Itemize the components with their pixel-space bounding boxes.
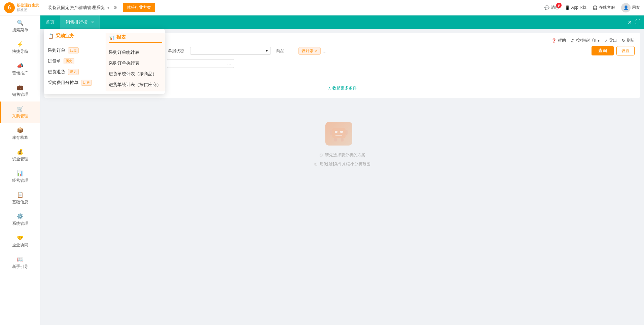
cooperation-icon: 🤝 (17, 235, 24, 241)
dropdown-order-exec[interactable]: 采购订单执行表 (109, 58, 163, 69)
export-button[interactable]: ↗ 导出 (604, 38, 617, 43)
svg-rect-4 (330, 130, 332, 135)
nav-icon: ⚡ (17, 41, 24, 47)
help-button[interactable]: ❓ 帮助 (551, 38, 566, 43)
svg-rect-2 (340, 131, 343, 133)
logo-name: 畅捷通好生意 (17, 3, 39, 7)
sidebar-item-sales[interactable]: 💼 销售管理 (0, 80, 40, 101)
tab-home[interactable]: 首页 (40, 15, 60, 29)
marketing-icon: 📣 (17, 63, 24, 69)
empty-hint-1: ① 请先选择要分析的方案 (319, 152, 365, 158)
report-col: 📊 报表 采购订单统计表 采购订单执行表 进货单统计表（按商品） 进货单统计表（… (106, 33, 165, 91)
dropdown-order-stats[interactable]: 采购订单统计表 (109, 47, 163, 58)
report-col-title: 📊 报表 (109, 34, 163, 43)
dropdown-menu: 📋 采购业务 采购订单 历史 进货单 历史 进货退货 历史 采购费用分摊单 历史 (44, 29, 165, 94)
sidebar: 🔍 搜索菜单 ⚡ 快捷导航 📣 营销推广 💼 销售管理 🛒 采购管理 📦 库存核… (0, 15, 40, 325)
setting-button[interactable]: 设置 (616, 46, 635, 55)
collapse-icon-up: ∧ (328, 86, 331, 91)
print-icon: 🖨 (571, 38, 575, 43)
goods-tag-close[interactable]: ✕ (315, 49, 318, 53)
report-title-icon: 📊 (109, 35, 114, 40)
sidebar-item-purchase[interactable]: 🛒 采购管理 (0, 101, 40, 123)
guide-icon: 📖 (17, 256, 24, 262)
message-button[interactable]: 💬 消息 9 (544, 5, 559, 10)
empty-hint-2: ② 用[过滤]条件来缩小分析范围 (314, 161, 370, 167)
sidebar-item-inventory[interactable]: 📦 库存核算 (0, 123, 40, 145)
sidebar-item-guide[interactable]: 📖 新手引导 (0, 252, 40, 274)
logo-icon: 6 (4, 2, 15, 13)
dropdown-inbound-supplier[interactable]: 进货单统计表（按供应商） (109, 79, 163, 90)
inventory-icon: 📦 (17, 127, 24, 133)
topbar-right: 💬 消息 9 📱 App下载 🎧 在线客服 👤 用友 (544, 3, 640, 12)
dropdown-inbound[interactable]: 进货单 历史 (48, 56, 102, 67)
message-badge: 9 (556, 3, 562, 8)
phone-icon: 📱 (565, 5, 570, 10)
print-dropdown-icon[interactable]: ▾ (598, 38, 600, 43)
user-avatar: 👤 (621, 3, 631, 12)
sidebar-item-basic[interactable]: 📋 基础信息 (0, 188, 40, 209)
sidebar-item-nav[interactable]: ⚡ 快捷导航 (0, 37, 40, 58)
refresh-icon: ↻ (622, 38, 625, 43)
purchase-icon: 🛒 (17, 106, 24, 112)
tab-bar-actions: ✕ ⛶ (628, 15, 644, 29)
svg-rect-3 (335, 135, 342, 136)
sidebar-item-system[interactable]: ⚙️ 系统管理 (0, 209, 40, 231)
tab-close-window-icon[interactable]: ✕ (628, 19, 632, 26)
online-service-button[interactable]: 🎧 在线客服 (593, 5, 615, 10)
bill-status-select[interactable]: ▾ (190, 47, 271, 55)
goods-dots[interactable]: ... (323, 48, 327, 53)
goods-filter: 设计素 ✕ ... (298, 47, 327, 55)
hist-badge-3: 历史 (68, 69, 79, 75)
sidebar-item-finance[interactable]: 💰 资金管理 (0, 145, 40, 166)
svg-rect-6 (334, 138, 337, 141)
system-name: 装备及固定资产辅助管理系统 (48, 5, 105, 11)
salesman-select[interactable]: ... (167, 59, 234, 68)
business-icon: 📊 (17, 170, 24, 176)
purchase-title-icon: 📋 (48, 33, 53, 39)
print-button[interactable]: 🖨 按模板打印 ▾ (571, 38, 600, 43)
app-download-button[interactable]: 📱 App下载 (565, 5, 586, 10)
hist-badge-1: 历史 (68, 47, 79, 53)
hist-badge-2: 历史 (64, 58, 74, 64)
goods-tag[interactable]: 设计素 ✕ (298, 47, 321, 55)
svg-rect-0 (332, 128, 346, 138)
system-gear-icon[interactable]: ⚙ (113, 5, 117, 10)
dropdown-columns: 📋 采购业务 采购订单 历史 进货单 历史 进货退货 历史 采购费用分摊单 历史 (44, 33, 165, 91)
svg-rect-7 (341, 138, 344, 141)
logo-sub: 标准版 (17, 8, 39, 12)
top-bar: 6 畅捷通好生意 标准版 装备及固定资产辅助管理系统 ▾ ⚙ 体验行业方案 💬 … (0, 0, 644, 15)
dropdown-purchase-order[interactable]: 采购订单 历史 (48, 45, 102, 56)
sales-icon: 💼 (17, 84, 24, 90)
system-name-area: 装备及固定资产辅助管理系统 ▾ ⚙ 体验行业方案 (44, 3, 544, 12)
finance-icon: 💰 (17, 149, 24, 155)
empty-robot-icon (325, 122, 352, 146)
svg-rect-1 (335, 131, 337, 133)
tab-maximize-icon[interactable]: ⛶ (635, 19, 641, 25)
tab-close-icon[interactable]: ✕ (91, 20, 94, 25)
user-button[interactable]: 👤 用友 (621, 3, 640, 12)
dropdown-return[interactable]: 进货退货 历史 (48, 67, 102, 77)
select-down-icon: ▾ (266, 48, 268, 53)
basic-icon: 📋 (17, 192, 24, 198)
dropdown-inbound-goods[interactable]: 进货单统计表（按商品） (109, 69, 163, 79)
headset-icon: 🎧 (593, 5, 598, 10)
svg-rect-5 (346, 130, 348, 135)
bill-status-label: 单据状态 (168, 48, 185, 54)
system-dropdown-icon[interactable]: ▾ (107, 5, 109, 10)
dropdown-cost[interactable]: 采购费用分摊单 历史 (48, 77, 102, 88)
sidebar-item-business[interactable]: 📊 经营管理 (0, 166, 40, 188)
query-button[interactable]: 查询 (592, 46, 614, 55)
tab-sales-rank[interactable]: 销售排行榜 ✕ (60, 15, 100, 29)
goods-label: 商品 (276, 48, 293, 54)
sidebar-item-search[interactable]: 🔍 搜索菜单 (0, 15, 40, 37)
tab-bar: 首页 销售排行榜 ✕ ✕ ⛶ (40, 15, 644, 29)
industry-button[interactable]: 体验行业方案 (123, 3, 155, 12)
refresh-button[interactable]: ↻ 刷新 (622, 38, 635, 43)
sidebar-item-cooperation[interactable]: 🤝 企业协同 (0, 231, 40, 252)
salesman-dots[interactable]: ... (227, 61, 231, 66)
search-icon: 🔍 (17, 19, 24, 26)
robot-svg (329, 125, 349, 142)
message-icon: 💬 (544, 5, 549, 10)
purchase-col-title: 📋 采购业务 (48, 33, 102, 41)
sidebar-item-marketing[interactable]: 📣 营销推广 (0, 58, 40, 80)
